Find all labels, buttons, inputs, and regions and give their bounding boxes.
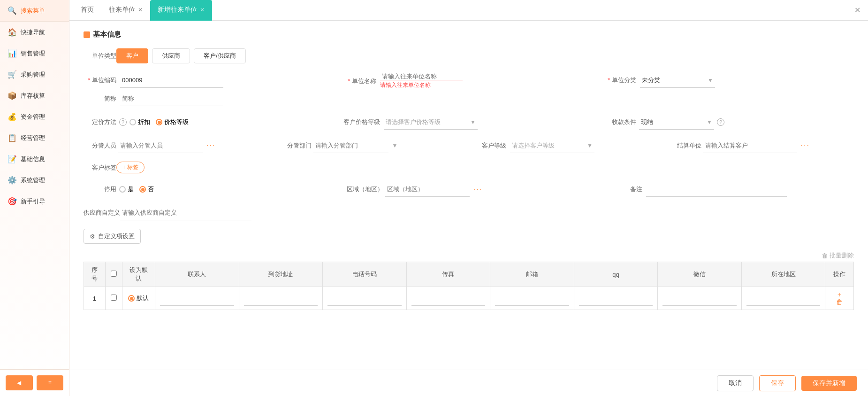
contact-table: 序号 设为默认 联系人 到货地址 电话号码 传真 邮箱 qq 微信 所在地区 操… <box>84 262 854 310</box>
phone-input[interactable] <box>327 291 402 306</box>
sidebar-item-system[interactable]: ⚙️ 系统管理 <box>0 170 69 191</box>
sidebar-item-sales[interactable]: 📊 销售管理 <box>0 43 69 64</box>
area-input[interactable] <box>746 291 821 306</box>
radio-yes-circle <box>119 186 126 193</box>
disabled-group: 停用 是 否 <box>84 185 328 194</box>
manager-input[interactable] <box>118 138 203 153</box>
radio-no[interactable]: 否 <box>139 185 154 194</box>
department-select[interactable]: ▼ <box>390 138 400 153</box>
sidebar-item-label: 资金管理 <box>21 113 45 121</box>
tab-new-partner[interactable]: 新增往来单位 ✕ <box>150 0 212 21</box>
settlement-dots-btn[interactable]: ··· <box>799 141 812 150</box>
sidebar-item-basic-info[interactable]: 📝 基础信息 <box>0 148 69 170</box>
sidebar-item-quick-nav[interactable]: 🏠 快捷导航 <box>0 22 69 43</box>
unit-name-input[interactable] <box>380 73 463 80</box>
manager-dots-btn[interactable]: ··· <box>205 141 217 150</box>
tab-home[interactable]: 首页 <box>73 0 101 21</box>
unit-name-input-wrapper: 请输入往来单位名称 <box>380 73 463 89</box>
unit-category-select[interactable]: 未分类 ▼ <box>640 73 715 88</box>
basic-info-icon: 📝 <box>8 155 17 163</box>
th-wechat: 微信 <box>658 262 742 287</box>
sidebar-search[interactable]: 🔍 搜索菜单 <box>0 0 69 22</box>
window-close-button[interactable]: ✕ <box>851 6 864 15</box>
payment-help-icon[interactable]: ? <box>717 118 724 126</box>
cell-contact <box>155 287 239 310</box>
customer-price-level-select[interactable]: 请选择客户价格等级 ▼ <box>384 115 478 130</box>
row-checkbox[interactable] <box>111 295 117 301</box>
sidebar-item-finance[interactable]: 💰 资金管理 <box>0 106 69 127</box>
pricing-help-icon[interactable]: ? <box>119 118 127 126</box>
manager-label: 分管人员 <box>84 141 116 150</box>
radio-yes[interactable]: 是 <box>119 185 134 194</box>
row-add-btn[interactable]: + <box>836 291 843 298</box>
customer-level-select[interactable]: 请选择客户等级 ▼ <box>510 138 594 153</box>
table-select-all[interactable] <box>111 271 117 277</box>
save-button[interactable]: 保存 <box>759 375 796 391</box>
customer-price-level-chevron: ▼ <box>470 119 476 125</box>
payment-terms-value: 现结 <box>641 118 653 126</box>
sidebar-item-purchase[interactable]: 🛒 采购管理 <box>0 64 69 85</box>
sidebar-item-inventory[interactable]: 📦 库存核算 <box>0 85 69 106</box>
inventory-icon: 📦 <box>8 91 17 100</box>
unit-code-input[interactable] <box>120 73 223 88</box>
sidebar-item-label: 销售管理 <box>21 49 45 58</box>
tab-partner-list-close[interactable]: ✕ <box>138 7 143 13</box>
tab-partner-list[interactable]: 往来单位 ✕ <box>101 0 150 21</box>
add-tag-button[interactable]: + 标签 <box>116 162 145 173</box>
unit-type-customer[interactable]: 客户 <box>116 48 148 63</box>
disabled-label: 停用 <box>84 185 116 194</box>
cell-phone <box>323 287 407 310</box>
remarks-input[interactable] <box>646 182 787 197</box>
fax-input[interactable] <box>411 291 486 306</box>
unit-type-supplier[interactable]: 供应商 <box>152 48 190 63</box>
supplier-custom-input[interactable] <box>120 205 251 220</box>
region-label: 区域（地区） <box>347 185 383 194</box>
radio-no-circle <box>139 186 146 193</box>
guide-icon: 🎯 <box>8 197 17 206</box>
region-input[interactable] <box>385 182 470 197</box>
th-email: 邮箱 <box>490 262 574 287</box>
th-fax: 传真 <box>406 262 490 287</box>
sidebar-item-guide[interactable]: 🎯 新手引导 <box>0 191 69 212</box>
save-new-button[interactable]: 保存并新增 <box>801 376 857 391</box>
sidebar-footer-btn2[interactable]: ≡ <box>37 375 64 390</box>
unit-type-both[interactable]: 客户/供应商 <box>194 48 246 63</box>
region-dots-btn[interactable]: ··· <box>472 185 484 194</box>
department-input[interactable] <box>313 138 388 153</box>
email-input[interactable] <box>495 291 569 306</box>
sidebar-item-label: 经营管理 <box>21 134 45 142</box>
unit-name-group: 单位名称 请输入往来单位名称 <box>343 73 594 89</box>
region-group: 区域（地区） ··· <box>347 182 591 197</box>
cell-area <box>741 287 825 310</box>
code-name-category-row: 单位编码 单位名称 请输入往来单位名称 单位分类 未分类 ▼ <box>84 73 854 89</box>
settlement-input[interactable] <box>703 138 797 153</box>
system-icon: ⚙️ <box>8 176 17 185</box>
unit-type-row: 单位类型 客户 供应商 客户/供应商 <box>84 48 854 63</box>
radio-price-level[interactable]: 价格等级 <box>156 118 189 126</box>
address-input[interactable] <box>244 291 318 306</box>
short-name-input[interactable] <box>120 91 223 106</box>
batch-delete-label[interactable]: 批量删除 <box>830 251 854 260</box>
contact-input[interactable] <box>160 291 234 306</box>
sidebar-footer-btn1[interactable]: ◀ <box>6 375 33 390</box>
th-contact: 联系人 <box>155 262 239 287</box>
customer-level-group: 客户等级 请选择客户等级 ▼ <box>473 138 659 153</box>
tab-new-partner-close[interactable]: ✕ <box>200 7 205 13</box>
unit-category-chevron: ▼ <box>708 77 713 84</box>
sidebar: 🔍 搜索菜单 🏠 快捷导航 📊 销售管理 🛒 采购管理 📦 库存核算 💰 资金管… <box>0 0 69 396</box>
customer-price-level-group: 客户价格等级 请选择客户价格等级 ▼ <box>343 115 594 130</box>
sales-icon: 📊 <box>8 49 17 58</box>
th-qq: qq <box>574 262 658 287</box>
cell-default: 默认 <box>122 287 155 310</box>
sidebar-item-operations[interactable]: 📋 经营管理 <box>0 127 69 148</box>
wechat-input[interactable] <box>662 291 737 306</box>
radio-discount[interactable]: 折扣 <box>129 118 150 126</box>
row-delete-btn[interactable]: 🗑 <box>834 298 845 306</box>
batch-delete-icon: 🗑 <box>822 252 828 259</box>
sidebar-footer: ◀ ≡ <box>0 369 69 396</box>
qq-input[interactable] <box>579 291 653 306</box>
row-default-radio[interactable]: 默认 <box>127 294 151 303</box>
cancel-button[interactable]: 取消 <box>717 375 754 391</box>
custom-settings-button[interactable]: ⚙ 自定义项设置 <box>84 229 141 244</box>
payment-terms-select[interactable]: 现结 ▼ <box>639 115 714 130</box>
